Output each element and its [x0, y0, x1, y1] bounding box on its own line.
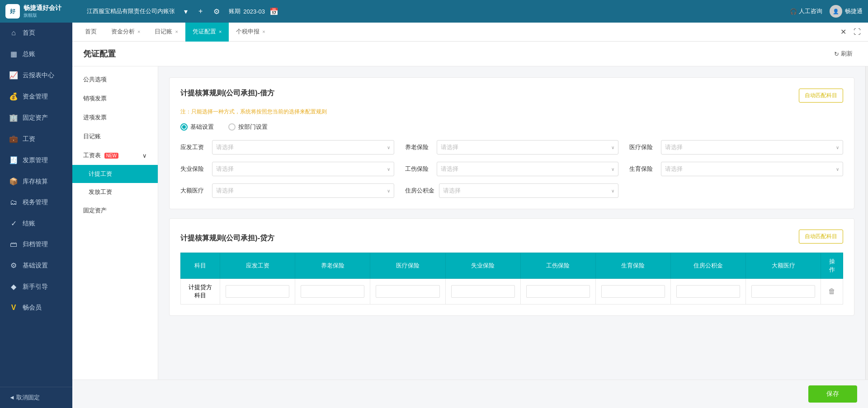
guide-icon: ◆ [9, 282, 18, 291]
sidebar-label-invoices: 发票管理 [23, 156, 48, 164]
input-sybx[interactable] [451, 285, 515, 298]
page-title: 凭证配置 [83, 48, 116, 59]
cancel-fixed-label: ◄ 取消固定 [9, 394, 40, 402]
select-sybx[interactable]: 请选择 ∨ [212, 162, 394, 176]
settings-btn[interactable]: ⚙ [212, 5, 222, 18]
credit-table: 科目 应发工资 养老保险 医疗保险 失业保险 工伤保险 生育保险 住房公积金 大… [180, 253, 843, 305]
form-item-yfgz: 应发工资 请选择 ∨ [180, 140, 394, 155]
radio-dept-circle [228, 123, 236, 131]
sidebar-label-settings: 基础设置 [23, 262, 48, 270]
user-info[interactable]: 👤 畅捷通 [830, 5, 863, 18]
th-yfgz: 应发工资 [220, 253, 295, 279]
reports-icon: 📈 [9, 71, 18, 80]
input-dale[interactable] [751, 285, 815, 298]
radio-dept-label: 按部门设置 [238, 123, 268, 131]
credit-auto-match-btn[interactable]: 自动匹配科目 [799, 230, 843, 244]
tab-funds-close[interactable]: × [137, 29, 140, 34]
nav-salary-table-inner: 工资表 NEW [83, 151, 118, 159]
nav-journal[interactable]: 日记账 [72, 127, 158, 146]
nav-payroll-pay[interactable]: 发放工资 [72, 183, 158, 201]
sidebar-item-archive[interactable]: 🗃 归档管理 [0, 234, 72, 255]
tab-tax-close[interactable]: × [262, 29, 265, 34]
sidebar-item-tax[interactable]: 🗂 税务管理 [0, 192, 72, 213]
tab-funds[interactable]: 资金分析 × [104, 23, 147, 42]
select-dale[interactable]: 请选择 ∨ [212, 183, 394, 198]
select-gsbx[interactable]: 请选择 ∨ [437, 162, 619, 176]
input-ylbx2[interactable] [376, 285, 439, 298]
input-gsbx[interactable] [526, 285, 590, 298]
input-sybx2[interactable] [601, 285, 665, 298]
app-sub: 旗舰版 [24, 12, 61, 19]
right-scrollbar[interactable] [865, 66, 868, 380]
radio-dept[interactable]: 按部门设置 [228, 123, 268, 131]
add-book-btn[interactable]: + [197, 5, 204, 17]
maximize-btn[interactable]: ⛶ [852, 26, 863, 38]
nav-purchase[interactable]: 进项发票 [72, 108, 158, 127]
sidebar-item-assets[interactable]: 🏢 固定资产 [0, 107, 72, 128]
tab-journal-close[interactable]: × [175, 29, 178, 34]
debit-section-title: 计提核算规则(公司承担)-借方 [180, 89, 274, 98]
save-btn[interactable]: 保存 [808, 385, 857, 403]
sidebar-item-ledger[interactable]: ▦ 总账 [0, 43, 72, 65]
select-zfgjj[interactable]: 请选择 ∨ [439, 183, 619, 198]
select-sybx2-placeholder: 请选择 [665, 165, 683, 173]
sidebar-item-home[interactable]: ⌂ 首页 [0, 23, 72, 43]
sidebar-item-salary[interactable]: 💼 工资 [0, 128, 72, 150]
select-ylbx2[interactable]: 请选择 ∨ [661, 140, 843, 155]
logo-area: 好 畅捷通好会计 旗舰版 [5, 4, 78, 19]
calendar-btn[interactable]: 📅 [268, 5, 280, 18]
radio-basic-label: 基础设置 [190, 123, 214, 131]
tab-voucher[interactable]: 凭证配置 × [185, 23, 229, 42]
tab-tax[interactable]: 个税申报 × [229, 23, 272, 42]
select-yfgz-placeholder: 请选择 [216, 143, 234, 151]
headset-icon: 🎧 [790, 8, 797, 15]
cell-gsbx [520, 279, 595, 305]
nav-payroll-calc[interactable]: 计提工资 [72, 165, 158, 183]
nav-salary-table[interactable]: 工资表 NEW ∨ [72, 146, 158, 165]
input-yfgz[interactable] [226, 285, 289, 298]
select-yfgz[interactable]: 请选择 ∨ [212, 140, 394, 155]
cell-sybx [445, 279, 520, 305]
sidebar-item-reports[interactable]: 📈 云报表中心 [0, 65, 72, 86]
cancel-fixed-btn[interactable]: ◄ 取消固定 [0, 387, 72, 408]
cell-action: 🗑 [821, 279, 843, 305]
nav-public[interactable]: 公共选项 [72, 70, 158, 89]
tab-voucher-close[interactable]: × [219, 29, 222, 34]
sidebar-item-guide[interactable]: ◆ 新手引导 [0, 276, 72, 297]
sidebar-item-vip[interactable]: V 畅会员 [0, 297, 72, 318]
label-sybx2: 生育保险 [629, 165, 656, 173]
select-sybx2[interactable]: 请选择 ∨ [661, 162, 843, 176]
radio-basic[interactable]: 基础设置 [180, 123, 214, 131]
tab-home[interactable]: 首页 [78, 23, 104, 42]
header-right: 🎧 人工咨询 👤 畅捷通 [790, 5, 863, 18]
left-nav: 公共选项 销项发票 进项发票 日记账 工资表 NEW ∨ 计提工资 发放工资 固… [72, 66, 158, 380]
archive-icon: 🗃 [9, 240, 18, 249]
cell-yfgz [220, 279, 295, 305]
delete-row-btn[interactable]: 🗑 [828, 287, 835, 295]
ledger-icon: ▦ [9, 50, 18, 58]
company-dropdown-btn[interactable]: ▾ [182, 5, 189, 18]
select-zfgjj-placeholder: 请选择 [443, 187, 461, 195]
sidebar-item-settings[interactable]: ⚙ 基础设置 [0, 255, 72, 276]
refresh-btn[interactable]: ↻ 刷新 [830, 47, 857, 61]
debit-auto-match-btn[interactable]: 自动匹配科目 [799, 89, 843, 103]
salary-icon: 💼 [9, 135, 18, 143]
sidebar-item-funds[interactable]: 💰 资金管理 [0, 86, 72, 107]
nav-fixed-assets[interactable]: 固定资产 [72, 201, 158, 220]
select-ylbx[interactable]: 请选择 ∨ [437, 140, 619, 155]
sidebar-item-closing[interactable]: ✓ 结账 [0, 213, 72, 234]
tab-journal[interactable]: 日记账 × [147, 23, 185, 42]
debit-note: 注：只能选择一种方式，系统将按照您当前的选择来配置规则 [180, 108, 843, 116]
input-zfgjj[interactable] [676, 285, 740, 298]
sidebar-item-invoices[interactable]: 🧾 发票管理 [0, 150, 72, 171]
service-btn[interactable]: 🎧 人工咨询 [790, 7, 822, 15]
app-name: 畅捷通好会计 [24, 4, 61, 12]
nav-sales[interactable]: 销项发票 [72, 89, 158, 108]
close-window-btn[interactable]: ✕ [839, 26, 848, 38]
th-sybx: 失业保险 [445, 253, 520, 279]
input-ylbx[interactable] [301, 285, 364, 298]
closing-icon: ✓ [9, 219, 18, 228]
sidebar-label-guide: 新手引导 [23, 283, 48, 291]
sidebar-item-inventory[interactable]: 📦 库存核算 [0, 171, 72, 192]
chevron-down-icon-2: ∨ [611, 145, 614, 150]
